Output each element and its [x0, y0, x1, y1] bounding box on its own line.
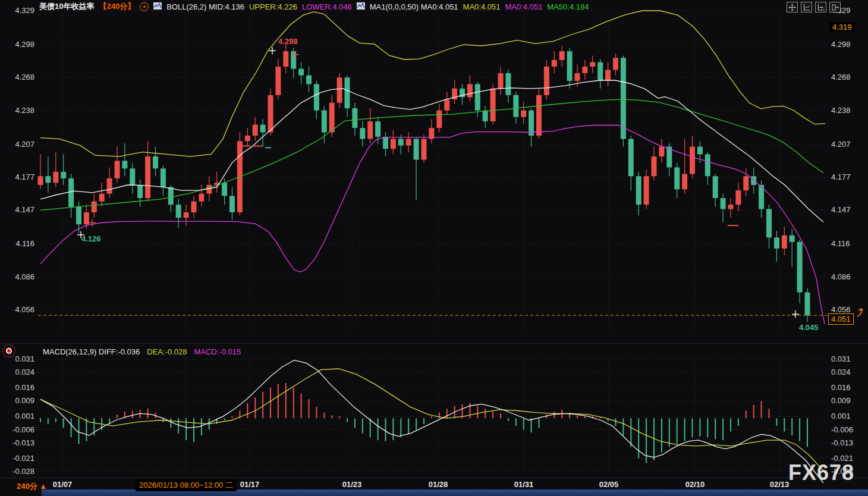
macd-macd-label: MACD:-0.015	[194, 347, 241, 356]
boll-upper-label: UPPER:4.226	[249, 2, 297, 11]
price-axis-label: 4.207	[0, 140, 34, 149]
chart-toolbar	[787, 2, 841, 12]
chart-canvas[interactable]	[0, 0, 868, 496]
move-tool-icon[interactable]	[787, 2, 798, 12]
macd-header: MACD(26,12,9) DIFF:-0.036 DEA:-0.028 MAC…	[43, 347, 241, 356]
macd-axis-label: -0.013	[0, 438, 34, 447]
macd-axis-label: -0.006	[0, 425, 34, 434]
price-axis-label: 4.056	[0, 305, 34, 314]
high-price-badge: 4.319	[829, 22, 855, 32]
price-axis-label: 4.207	[831, 140, 851, 149]
price-axis-label: 4.238	[0, 106, 34, 115]
price-axis-label: 4.147	[831, 205, 851, 214]
high-annotation: 4.298	[278, 37, 298, 46]
boll-lower-label: LOWER:4.046	[302, 2, 352, 11]
last-price-badge: 4.051	[828, 313, 854, 325]
date-axis-label: 02/13	[770, 480, 790, 489]
instrument-title: 美债10年收益率	[39, 1, 94, 12]
ma-values-label: MA1(0,0,0,50) MA0:4.051	[370, 2, 458, 11]
date-axis-label: 01/23	[342, 480, 362, 489]
y-axis-scale-icon[interactable]	[801, 2, 812, 12]
target-dot-icon	[6, 348, 12, 354]
boll-values-label: BOLL(26,2) MID:4.136	[166, 2, 244, 11]
macd-axis-label: 0.016	[0, 383, 34, 392]
macd-axis-label: -0.013	[831, 438, 853, 447]
price-axis-label: 4.268	[831, 73, 851, 81]
macd-axis-label: 0.031	[831, 354, 851, 363]
price-axis-label: 4.329	[0, 6, 34, 15]
price-axis-label: 4.116	[831, 239, 850, 248]
ma-magenta-label: MA0:4.051	[505, 2, 542, 11]
ma-yellow-label: MA0:4.051	[463, 2, 501, 11]
macd-axis-label: 0.016	[831, 383, 851, 392]
macd-axis-label: -0.006	[831, 425, 853, 434]
ma50-label: MA50:4.184	[547, 2, 589, 11]
trading-chart-app: 美债10年收益率 【240分】 + BOLL(26,2) MID:4.136 U…	[0, 0, 868, 496]
price-axis-label: 4.147	[0, 205, 34, 214]
price-axis-label: 4.177	[831, 172, 851, 181]
date-axis-label: 01/07	[53, 480, 73, 489]
macd-axis-label: -0.028	[0, 467, 34, 476]
macd-axis-label: -0.021	[0, 454, 34, 463]
low-annotation: 4.126	[81, 234, 101, 243]
boll-indicator-icon[interactable]	[153, 2, 162, 11]
watermark: FX678	[788, 460, 854, 485]
date-axis-label: 01/31	[514, 480, 534, 489]
add-indicator-icon[interactable]: +	[140, 2, 149, 11]
macd-axis-label: 0.001	[831, 412, 851, 420]
indicator-target-icon[interactable]	[2, 344, 15, 357]
axis-divider	[0, 478, 868, 478]
macd-dea-label: DEA:-0.028	[147, 347, 187, 356]
price-axis-label: 4.177	[0, 172, 34, 181]
macd-axis-label: 0.024	[0, 368, 34, 376]
date-axis-label: 01/28	[429, 480, 448, 489]
x-axis-pan-icon[interactable]	[815, 2, 826, 12]
macd-axis-label: 0.001	[0, 412, 34, 420]
macd-axis-label: 0.009	[831, 396, 851, 405]
panel-divider	[0, 343, 868, 344]
collapse-panel-icon[interactable]	[829, 2, 841, 12]
price-axis-label: 4.238	[831, 106, 851, 115]
ma-indicator-icon[interactable]	[357, 2, 365, 11]
price-axis-label: 4.056	[831, 305, 851, 314]
last-low-annotation: 4.045	[799, 323, 819, 332]
date-axis-label: 01/17	[240, 480, 260, 489]
macd-axis-label: 0.009	[0, 396, 34, 405]
price-axis-label: 4.086	[0, 272, 34, 281]
date-axis-label: 02/05	[599, 480, 619, 489]
price-axis-label: 4.086	[831, 272, 851, 281]
price-axis-label: 4.298	[0, 40, 34, 49]
price-axis-label: 4.116	[0, 239, 34, 248]
date-axis-label: 02/10	[685, 480, 705, 489]
macd-axis-label: 0.024	[831, 368, 851, 376]
price-axis-label: 4.298	[831, 40, 851, 49]
macd-diff-label: MACD(26,12,9) DIFF:-0.036	[43, 347, 140, 356]
price-axis-label: 4.268	[0, 73, 34, 81]
chart-header: 美债10年收益率 【240分】 + BOLL(26,2) MID:4.136 U…	[39, 0, 589, 13]
selected-bar-timestamp: 2026/01/13 08:00~12:00 二	[136, 479, 237, 491]
period-label[interactable]: 【240分】	[99, 1, 135, 12]
